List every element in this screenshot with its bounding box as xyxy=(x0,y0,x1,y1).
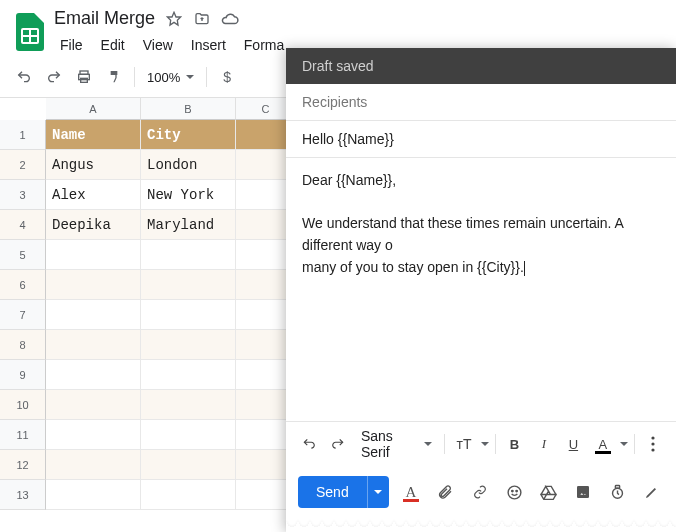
menu-format[interactable]: Forma xyxy=(236,33,292,57)
underline-button[interactable]: U xyxy=(561,431,586,457)
col-header[interactable]: B xyxy=(141,98,236,120)
cell[interactable] xyxy=(141,270,236,300)
font-size-caret[interactable] xyxy=(481,442,489,446)
row-header[interactable]: 3 xyxy=(0,180,46,210)
svg-point-10 xyxy=(508,486,521,499)
cell[interactable] xyxy=(46,270,141,300)
confidential-icon[interactable] xyxy=(605,479,629,505)
compose-status: Draft saved xyxy=(286,48,676,84)
compose-undo-icon[interactable] xyxy=(296,431,321,457)
cell[interactable] xyxy=(141,420,236,450)
row-header[interactable]: 2 xyxy=(0,150,46,180)
cell[interactable] xyxy=(46,360,141,390)
font-size-icon[interactable]: тT xyxy=(451,431,476,457)
more-vertical-icon[interactable] xyxy=(641,431,666,457)
subject-field[interactable]: Hello {{Name}} xyxy=(286,121,676,158)
compose-actions: Send A xyxy=(286,466,676,522)
cell[interactable]: Alex xyxy=(46,180,141,210)
drive-icon[interactable] xyxy=(536,479,560,505)
star-icon[interactable] xyxy=(165,10,183,28)
emoji-icon[interactable] xyxy=(502,479,526,505)
cell[interactable] xyxy=(141,240,236,270)
cell[interactable] xyxy=(46,240,141,270)
col-header[interactable]: A xyxy=(46,98,141,120)
doc-title[interactable]: Email Merge xyxy=(54,8,155,29)
cell[interactable]: Angus xyxy=(46,150,141,180)
currency-button[interactable]: $ xyxy=(213,63,241,91)
cell[interactable]: Deepika xyxy=(46,210,141,240)
svg-marker-3 xyxy=(167,12,180,25)
sheets-logo-icon xyxy=(12,8,48,56)
cell[interactable] xyxy=(46,450,141,480)
recipients-field[interactable]: Recipients xyxy=(286,84,676,121)
text-color-button[interactable]: A xyxy=(590,431,615,457)
menu-file[interactable]: File xyxy=(52,33,91,57)
print-icon[interactable] xyxy=(70,63,98,91)
compose-panel: Draft saved Recipients Hello {{Name}} De… xyxy=(286,48,676,532)
row-header[interactable]: 1 xyxy=(0,120,46,150)
cell[interactable] xyxy=(141,360,236,390)
row-header[interactable]: 12 xyxy=(0,450,46,480)
paint-format-icon[interactable] xyxy=(100,63,128,91)
send-button[interactable]: Send xyxy=(298,476,389,508)
cell[interactable]: London xyxy=(141,150,236,180)
svg-point-9 xyxy=(652,448,655,451)
cell[interactable] xyxy=(46,330,141,360)
cell[interactable] xyxy=(46,390,141,420)
compose-format-toolbar: Sans Serif тT B I U A xyxy=(286,421,676,466)
row-header[interactable]: 7 xyxy=(0,300,46,330)
svg-rect-6 xyxy=(81,78,88,82)
bold-button[interactable]: B xyxy=(502,431,527,457)
cell[interactable] xyxy=(141,300,236,330)
attach-icon[interactable] xyxy=(433,479,457,505)
cell[interactable] xyxy=(46,480,141,510)
redo-icon[interactable] xyxy=(40,63,68,91)
compose-body-text: Dear {{Name}}, We understand that these … xyxy=(302,172,627,275)
svg-rect-13 xyxy=(577,486,589,498)
menu-edit[interactable]: Edit xyxy=(93,33,133,57)
send-options-caret[interactable] xyxy=(367,476,389,508)
row-header[interactable]: 10 xyxy=(0,390,46,420)
menu-bar: File Edit View Insert Forma xyxy=(48,29,292,59)
zoom-selector[interactable]: 100% xyxy=(141,70,200,85)
text-format-icon[interactable]: A xyxy=(399,479,423,505)
pen-icon[interactable] xyxy=(640,479,664,505)
svg-rect-15 xyxy=(615,485,619,488)
svg-point-8 xyxy=(652,442,655,445)
undo-icon[interactable] xyxy=(10,63,38,91)
cell[interactable] xyxy=(141,330,236,360)
cell[interactable]: Name xyxy=(46,120,141,150)
photo-icon[interactable] xyxy=(571,479,595,505)
compose-redo-icon[interactable] xyxy=(325,431,350,457)
cell[interactable]: Maryland xyxy=(141,210,236,240)
font-family-picker[interactable]: Sans Serif xyxy=(355,428,439,460)
row-header[interactable]: 9 xyxy=(0,360,46,390)
cell[interactable] xyxy=(141,450,236,480)
cell[interactable] xyxy=(141,480,236,510)
zoom-value: 100% xyxy=(147,70,180,85)
cell[interactable] xyxy=(46,300,141,330)
row-header[interactable]: 13 xyxy=(0,480,46,510)
row-header[interactable]: 8 xyxy=(0,330,46,360)
menu-view[interactable]: View xyxy=(135,33,181,57)
row-header[interactable]: 5 xyxy=(0,240,46,270)
svg-point-12 xyxy=(516,490,517,491)
cell[interactable] xyxy=(141,390,236,420)
text-color-caret[interactable] xyxy=(620,442,628,446)
menu-insert[interactable]: Insert xyxy=(183,33,234,57)
move-to-folder-icon[interactable] xyxy=(193,10,211,28)
compose-body[interactable]: Dear {{Name}}, We understand that these … xyxy=(286,158,676,421)
italic-button[interactable]: I xyxy=(531,431,556,457)
cell[interactable] xyxy=(46,420,141,450)
row-header[interactable]: 6 xyxy=(0,270,46,300)
cloud-status-icon[interactable] xyxy=(221,10,239,28)
cell[interactable]: City xyxy=(141,120,236,150)
font-family-label: Sans Serif xyxy=(361,428,419,460)
send-button-label: Send xyxy=(298,476,367,508)
row-header[interactable]: 11 xyxy=(0,420,46,450)
link-icon[interactable] xyxy=(468,479,492,505)
row-header[interactable]: 4 xyxy=(0,210,46,240)
svg-point-11 xyxy=(511,490,512,491)
cell[interactable]: New York xyxy=(141,180,236,210)
svg-point-7 xyxy=(652,436,655,439)
